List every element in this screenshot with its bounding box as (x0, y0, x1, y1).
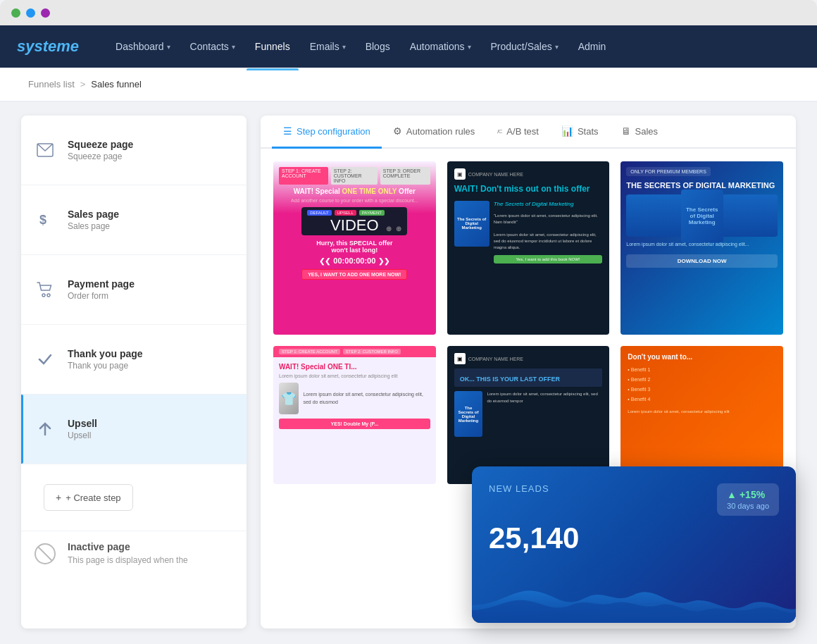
funnel-step-upsell[interactable]: Upsell Upsell ⧉ ⇅ 🗑 (21, 395, 247, 464)
chevron-down-icon: ▾ (232, 43, 235, 51)
template-2-book: The Secrets of Digital Marketing (454, 201, 489, 247)
funnel-step-thankyou[interactable]: Thank you page Thank you page ⧉ ⇅ 🗑 (21, 325, 247, 395)
tab-stats[interactable]: 📊 Stats (550, 116, 610, 149)
nav-items: Dashboard ▾ Contacts ▾ Funnels Emails ▾ … (107, 35, 800, 58)
copy-icon[interactable]: ⧉ (220, 195, 235, 211)
nav-item-blogs[interactable]: Blogs (357, 35, 399, 58)
move-icon[interactable]: ⇅ (220, 352, 235, 367)
svg-text:$: $ (39, 213, 46, 227)
template-card-4[interactable]: STEP 1: CREATE ACCOUNT STEP 2: CUSTOMER … (272, 345, 437, 485)
inactive-page-section: Inactive page This page is displayed whe… (21, 531, 247, 576)
step-info-thankyou: Thank you page Thank you page (68, 348, 220, 371)
template-3-image: The Secrets of Digital Marketing (626, 194, 778, 237)
left-panel: Squeeze page Squeeze page ⧉ ⇅ 🗑 $ Sales … (21, 116, 247, 628)
nav-item-dashboard[interactable]: Dashboard ▾ (107, 35, 179, 58)
template-card-1[interactable]: STEP 1: CREATE ACCOUNT STEP 2: CUSTOMER … (272, 160, 437, 336)
nav-item-funnels[interactable]: Funnels (247, 35, 299, 58)
leads-header: NEW LEADS ▲ +15% 30 days ago (489, 483, 779, 516)
logo: systeme (17, 37, 79, 56)
copy-icon[interactable]: ⧉ (220, 335, 235, 350)
chevron-down-icon: ▾ (555, 43, 559, 51)
template-card-2[interactable]: ▣ COMPANY NAME HERE WAIT! Don't miss out… (446, 160, 611, 336)
delete-icon[interactable]: 🗑 (220, 159, 235, 175)
svg-point-2 (42, 294, 45, 297)
template-1-cta: YES, I WANT TO ADD ONE MORE NOW! (301, 269, 407, 280)
leads-chart (472, 566, 796, 623)
funnel-step-payment[interactable]: Payment page Order form ⧉ ⇅ 🗑 (21, 255, 247, 325)
leads-card: NEW LEADS ▲ +15% 30 days ago 25,140 (472, 466, 796, 623)
delete-icon[interactable]: 🗑 (220, 438, 235, 454)
stats-icon: 📊 (561, 125, 573, 137)
step-info-squeeze: Squeeze page Squeeze page (68, 139, 220, 161)
funnel-step-sales[interactable]: $ Sales page Sales page ⧉ ⇅ 🗑 (21, 185, 247, 255)
active-indicator (21, 395, 23, 464)
tab-automation-rules[interactable]: ⚙ Automation rules (382, 116, 487, 149)
window-dot-minimize[interactable] (26, 8, 35, 18)
template-card-5[interactable]: ▣ COMPANY NAME HERE OK... THIS IS YOUR L… (446, 345, 611, 485)
copy-icon[interactable]: ⧉ (220, 404, 235, 420)
copy-icon[interactable]: ⧉ (220, 265, 235, 280)
breadcrumb-current: Sales funnel (91, 79, 142, 89)
nav-item-automations[interactable]: Automations ▾ (401, 35, 480, 58)
inactive-text: Inactive page This page is displayed whe… (68, 541, 188, 566)
template-4-cta: YES! Double My (P... (279, 419, 430, 429)
chevron-down-icon: ▾ (468, 43, 471, 51)
create-step-container: + + Create step (21, 464, 247, 531)
tab-sales[interactable]: 🖥 Sales (610, 116, 670, 149)
ab-test-icon: ⟈ (497, 126, 502, 136)
template-1-video: DEFAULT UPSELL PAYMENT VIDEO ⊕ ⊕ (301, 207, 407, 235)
tab-step-configuration[interactable]: ☰ Step configuration (272, 116, 382, 149)
chevron-down-icon: ▾ (342, 43, 346, 51)
list-icon: ☰ (283, 125, 292, 137)
delete-icon[interactable]: 🗑 (220, 299, 235, 314)
email-icon (32, 137, 58, 163)
inactive-icon (32, 541, 58, 566)
chevron-down-icon: ▾ (167, 43, 170, 51)
plus-icon: + (56, 492, 61, 503)
delete-icon[interactable]: 🗑 (220, 229, 235, 244)
window-dot-maximize[interactable] (41, 8, 50, 18)
nav-item-emails[interactable]: Emails ▾ (301, 35, 354, 58)
triangle-up-icon: ▲ (727, 489, 737, 500)
svg-line-5 (38, 547, 52, 561)
upsell-icon (32, 416, 58, 442)
template-2-cta: Yes, I want to add this book NOW! (494, 255, 603, 264)
tab-ab-test[interactable]: ⟈ A/B test (486, 116, 550, 149)
svg-point-3 (47, 294, 50, 297)
template-3-download: DOWNLOAD NOW (626, 254, 778, 268)
check-icon (32, 347, 58, 372)
nav-item-product-sales[interactable]: Product/Sales ▾ (482, 35, 567, 58)
move-icon[interactable]: ⇅ (220, 142, 235, 158)
move-icon[interactable]: ⇅ (220, 212, 235, 228)
cart-icon (32, 277, 58, 302)
tabs-bar: ☰ Step configuration ⚙ Automation rules … (261, 116, 796, 149)
copy-icon[interactable]: ⧉ (220, 125, 235, 141)
nav-item-contacts[interactable]: Contacts ▾ (182, 35, 244, 58)
gear-icon: ⚙ (393, 125, 402, 137)
leads-badge: ▲ +15% 30 days ago (717, 483, 779, 516)
template-4-product-image: 👕 (279, 383, 299, 414)
breadcrumb: Funnels list > Sales funnel (0, 68, 817, 101)
template-1-header: STEP 1: CREATE ACCOUNT STEP 2: CUSTOMER … (279, 167, 430, 185)
template-2-logo: ▣ COMPANY NAME HERE (454, 168, 603, 180)
breadcrumb-separator: > (80, 79, 86, 89)
nav-item-admin[interactable]: Admin (570, 35, 615, 58)
step-info-sales: Sales page Sales page (68, 209, 220, 231)
step-info-payment: Payment page Order form (68, 278, 220, 301)
create-step-button[interactable]: + + Create step (44, 484, 133, 511)
dollar-icon: $ (32, 207, 58, 233)
window-dot-close[interactable] (11, 8, 20, 18)
template-card-6[interactable]: Don't you want to... • Benefit 1• Benefi… (619, 345, 785, 485)
navbar: systeme Dashboard ▾ Contacts ▾ Funnels E… (0, 25, 817, 68)
breadcrumb-parent[interactable]: Funnels list (28, 79, 75, 89)
sales-icon: 🖥 (621, 125, 631, 137)
delete-icon[interactable]: 🗑 (220, 369, 235, 384)
move-icon[interactable]: ⇅ (220, 421, 235, 437)
window-chrome (0, 0, 817, 25)
leads-value: 25,140 (489, 521, 779, 555)
step-info-upsell: Upsell Upsell (68, 418, 220, 440)
move-icon[interactable]: ⇅ (220, 282, 235, 297)
company-logo-icon: ▣ (454, 168, 466, 180)
funnel-step-squeeze[interactable]: Squeeze page Squeeze page ⧉ ⇅ 🗑 (21, 116, 247, 185)
template-card-3[interactable]: ONLY FOR PREMIUM MEMBERS THE SECRETS OF … (619, 160, 785, 336)
